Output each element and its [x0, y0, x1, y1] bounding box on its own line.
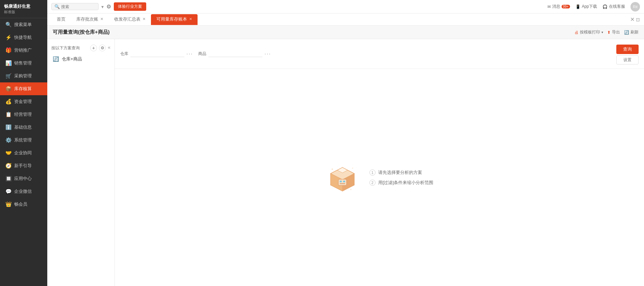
sidebar-item-shortcut[interactable]: ⚡ 快捷导航: [0, 31, 47, 44]
warehouse-dots-button[interactable]: ···: [186, 51, 193, 57]
print-template-label: 按模板打印: [580, 29, 600, 35]
message-icon: ✉: [547, 4, 551, 9]
app-download-button[interactable]: 📱 App下载: [575, 4, 597, 9]
sidebar-header: 畅康通好生意 标准版: [0, 0, 47, 18]
sidebar-item-sales[interactable]: 📊 销售管理: [0, 57, 47, 70]
user-avatar[interactable]: Rit: [630, 2, 640, 11]
svg-rect-6: [340, 181, 342, 182]
filter-scheme-item[interactable]: 🔄 仓库+商品: [47, 53, 114, 65]
print-template-button[interactable]: 🖨 按模板打印 ▾: [574, 29, 603, 35]
sidebar: 畅康通好生意 标准版 🔍 搜索菜单 ⚡ 快捷导航 🎁 营销推广 📊 销售管理 🛒…: [0, 0, 47, 286]
filter-panel: 按以下方案查询 + ⚙ « 🔄 仓库+商品: [47, 39, 115, 286]
sidebar-item-enterprise-wechat[interactable]: 💬 企业微信: [0, 185, 47, 198]
message-button[interactable]: ✉ 消息 99+: [547, 4, 570, 9]
sidebar-item-label: 采购管理: [14, 73, 32, 79]
sidebar-scroll: 🔍 搜索菜单 ⚡ 快捷导航 🎁 营销推广 📊 销售管理 🛒 采购管理 📦 库存核…: [0, 18, 47, 286]
sidebar-item-basic-info[interactable]: ℹ️ 基础信息: [0, 121, 47, 134]
tab-batch-ledger[interactable]: 库存批次账 ✕: [71, 14, 109, 25]
close-icon[interactable]: ✕: [143, 17, 146, 21]
warehouse-label: 仓库: [120, 51, 128, 57]
warehouse-filter-field: 仓库 ···: [120, 51, 193, 57]
svg-rect-8: [340, 183, 345, 184]
filter-setting-button[interactable]: ⚙: [99, 45, 106, 51]
app-icon: 🔲: [5, 176, 11, 182]
goods-dots-button[interactable]: ···: [264, 51, 271, 57]
sidebar-item-system[interactable]: ⚙️ 系统管理: [0, 134, 47, 147]
tabbar-actions: ✕ ⊡: [630, 16, 640, 23]
funds-icon: 💰: [5, 99, 11, 105]
info-icon: ℹ️: [5, 124, 11, 130]
sidebar-item-inventory[interactable]: 📦 库存核算: [0, 82, 47, 95]
settings-button[interactable]: 设置: [616, 55, 639, 64]
sidebar-item-label: 新手引导: [14, 163, 32, 169]
ops-icon: 📋: [5, 111, 11, 118]
print-icon: 🖨: [574, 30, 578, 35]
filter-collapse-button[interactable]: «: [108, 45, 110, 51]
sidebar-item-label: 企业协同: [14, 150, 32, 156]
sidebar-item-label: 系统管理: [14, 137, 32, 143]
query-button[interactable]: 查询: [616, 45, 639, 54]
export-button[interactable]: ⬆ 导出: [607, 29, 620, 35]
topbar-right: ✉ 消息 99+ 📱 App下载 🎧 在线客服 Rit: [547, 2, 640, 11]
sidebar-item-label: 应用中心: [14, 176, 32, 182]
crown-icon: 👑: [5, 201, 11, 207]
tab-recv-label: 收发存汇总表: [114, 16, 140, 22]
query-filters: 仓库 ··· 商品 ··· 查询 设置: [115, 39, 644, 69]
sidebar-item-label: 快捷导航: [14, 34, 32, 41]
online-service-button[interactable]: 🎧 在线客服: [602, 4, 625, 9]
tab-available-label: 可用量库存账本: [156, 16, 187, 22]
tabbar-expand-button[interactable]: ⊡: [636, 17, 640, 22]
tab-available-inventory[interactable]: 可用量库存账本 ✕: [151, 14, 198, 25]
topbar-gear-icon[interactable]: ⚙: [106, 3, 111, 10]
empty-icon: [326, 161, 359, 194]
wechat-icon: 💬: [5, 188, 11, 194]
warehouse-input[interactable]: [130, 51, 184, 57]
sidebar-item-ops[interactable]: 📋 经营管理: [0, 108, 47, 121]
topbar-dropdown-icon[interactable]: ▾: [101, 4, 104, 9]
tabbar-close-button[interactable]: ✕: [630, 16, 635, 23]
sidebar-item-label: 销售管理: [14, 60, 32, 66]
tabbar: 首页 库存批次账 ✕ 收发存汇总表 ✕ 可用量库存账本 ✕ ✕ ⊡: [47, 14, 644, 26]
message-badge: 99+: [562, 5, 570, 8]
scheme-icon: 🔄: [53, 56, 59, 62]
sidebar-item-member[interactable]: 👑 畅会员: [0, 198, 47, 211]
mobile-icon: 📱: [575, 4, 581, 9]
sidebar-item-app-center[interactable]: 🔲 应用中心: [0, 172, 47, 185]
export-label: 导出: [612, 29, 620, 35]
gear-icon: ⚙️: [5, 137, 11, 143]
sidebar-item-search[interactable]: 🔍 搜索菜单: [0, 18, 47, 31]
refresh-button[interactable]: 🔄 刷新: [624, 29, 639, 35]
close-icon[interactable]: ✕: [100, 17, 103, 21]
sidebar-item-label: 营销推广: [14, 47, 32, 53]
topbar-search-input[interactable]: [61, 4, 88, 9]
svg-rect-5: [338, 179, 346, 185]
hint-item-2: 2 用[过滤]条件来缩小分析范围: [369, 180, 433, 186]
sidebar-item-enterprise-collab[interactable]: 🤝 企业协同: [0, 147, 47, 159]
goods-input[interactable]: [208, 51, 262, 57]
chevron-down-icon[interactable]: ▾: [601, 30, 603, 34]
svg-point-11: [350, 189, 352, 190]
tab-home[interactable]: 首页: [51, 14, 71, 25]
query-area: 仓库 ··· 商品 ··· 查询 设置: [115, 39, 644, 286]
tab-recv-inventory[interactable]: 收发存汇总表 ✕: [109, 14, 151, 25]
sidebar-item-newbie[interactable]: 🧭 新手引导: [0, 159, 47, 172]
sidebar-item-marketing[interactable]: 🎁 营销推广: [0, 44, 47, 57]
empty-state: 1 请先选择要分析的方案 2 用[过滤]条件来缩小分析范围: [115, 69, 644, 286]
solution-button[interactable]: 体验行业方案: [114, 2, 146, 11]
sidebar-item-purchase[interactable]: 🛒 采购管理: [0, 70, 47, 82]
sidebar-item-funds[interactable]: 💰 资金管理: [0, 95, 47, 108]
close-icon[interactable]: ✕: [189, 17, 192, 21]
cart-icon: 🛒: [5, 73, 11, 79]
message-label: 消息: [552, 4, 560, 9]
main-content: 🔍 ▾ ⚙ 体验行业方案 ✉ 消息 99+ 📱 App下载 🎧 在线客服 Rit: [47, 0, 644, 286]
page-title: 可用量查询(按仓库+商品): [53, 29, 110, 35]
online-service-label: 在线客服: [609, 4, 625, 9]
tab-home-label: 首页: [57, 16, 66, 22]
empty-box-svg: [326, 161, 359, 194]
export-icon: ⬆: [607, 30, 611, 35]
filter-add-button[interactable]: +: [90, 45, 97, 51]
inventory-icon: 📦: [5, 86, 11, 92]
gift-icon: 🎁: [5, 47, 11, 53]
headset-icon: 🎧: [602, 4, 608, 9]
app-download-label: App下载: [582, 4, 597, 9]
